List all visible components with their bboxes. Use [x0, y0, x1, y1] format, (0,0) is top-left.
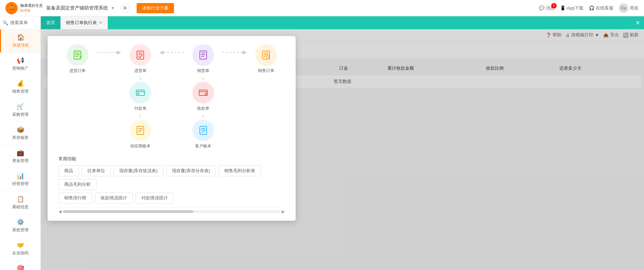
tab-home[interactable]: 首页 — [41, 16, 60, 29]
sidebar-item-enterprise[interactable]: 🤝 企业协同 — [0, 237, 40, 260]
app-download-button[interactable]: 📱 App下载 — [560, 5, 584, 11]
purchase-bill-icon[interactable] — [129, 44, 151, 66]
sales-bill-label: 销货单 — [197, 68, 209, 74]
receipt-bill-node[interactable]: 收款单 — [184, 82, 222, 111]
svg-rect-18 — [137, 93, 139, 94]
purchase-order-node[interactable]: 进货订单 — [58, 44, 96, 74]
sidebar-item-marketing[interactable]: 📢 营销推广 — [0, 53, 40, 76]
tab-bar-close-button[interactable]: ✕ — [631, 20, 644, 26]
sidebar-item-inventory[interactable]: 📦 库存核算 — [0, 122, 40, 145]
common-functions-row-1: 商品 往来单位 现存量(库存状况表) 现存量(库存分布表) 销售毛利分析表 商品… — [58, 165, 285, 190]
payment-bill-node[interactable]: 付款单 — [121, 82, 159, 111]
scroll-left-icon[interactable]: ◀ — [58, 209, 62, 214]
purchase-order-label: 进货订单 — [69, 68, 86, 74]
scroll-track[interactable] — [63, 210, 280, 213]
tab-close-icon[interactable]: ✕ — [99, 20, 102, 25]
cf-product-profit-button[interactable]: 商品毛利分析 — [58, 179, 97, 190]
cf-contacts-button[interactable]: 往来单位 — [82, 165, 111, 176]
scroll-thumb — [63, 210, 193, 213]
arrow-purchase-to-purchase-bill: ▶ — [96, 49, 121, 69]
customer-ledger-node[interactable]: 客户账本 — [184, 120, 222, 149]
flow-row-3: 供应商账本 客户账本 — [58, 120, 285, 149]
purchase-order-icon[interactable] — [67, 44, 88, 66]
receipt-bill-icon[interactable] — [192, 82, 214, 104]
sales-bill-icon[interactable] — [192, 44, 214, 66]
basic-info-icon: 📋 — [17, 195, 24, 203]
svg-rect-15 — [267, 56, 269, 58]
supplier-ledger-label: 供应商账本 — [130, 143, 151, 149]
cf-sales-profit-button[interactable]: 销售毛利分析表 — [219, 165, 261, 176]
purchase-bill-node[interactable]: 进货单 — [121, 44, 159, 74]
supplier-ledger-node[interactable]: 供应商账本 — [121, 120, 159, 149]
flow-row-arrows-down: ↓ ↓ — [58, 74, 285, 82]
sales-bill-node[interactable]: 销货单 — [184, 44, 222, 74]
logo-icon: 🏃 — [5, 2, 18, 14]
main-layout: 🔍 搜索菜单 🏠 快捷导航 📢 营销推广 💰 销售管理 🛒 采购管理 📦 库存核… — [0, 16, 644, 270]
user-area[interactable]: Ea 用友 — [619, 3, 639, 13]
sidebar-item-newbie[interactable]: 🎯 新手引导 — [0, 260, 40, 270]
common-functions-title: 常用功能 — [58, 156, 285, 162]
payment-bill-icon[interactable] — [129, 82, 151, 104]
sidebar-item-operations[interactable]: 📊 经营管理 — [0, 168, 40, 191]
content-area: 首页 销售订单执行表 ✕ ✕ ❓ 帮助 🖨 按模板打印 ▼ — [41, 16, 644, 270]
scroll-right-icon[interactable]: ▶ — [282, 209, 285, 214]
svg-rect-16 — [136, 90, 144, 95]
arrow-down-payment: ↓ — [121, 111, 159, 120]
arrow-sales-bill-to-sales-order: ◀ — [159, 49, 184, 69]
tab-bar: 首页 销售订单执行表 ✕ ✕ — [41, 16, 644, 29]
cf-receipt-stats-button[interactable]: 收款情况统计 — [95, 193, 133, 203]
system-dropdown-icon[interactable]: ▼ — [111, 6, 115, 11]
page-content: ❓ 帮助 🖨 按模板打印 ▼ 📤 导出 🔄 刷新 — [41, 29, 644, 270]
sales-order-node[interactable]: 销售订单 — [247, 44, 285, 74]
flow-diagram: 进货订单 ▶ — [58, 44, 285, 149]
settings-icon[interactable]: ⚙ — [120, 3, 130, 13]
customer-ledger-label: 客户账本 — [195, 143, 211, 149]
receipt-bill-label: 收款单 — [197, 106, 209, 111]
headset-icon: 🎧 — [589, 5, 594, 11]
cf-payment-stats-button[interactable]: 付款情况统计 — [136, 193, 174, 203]
popup-overlay: 进货订单 ▶ — [41, 29, 644, 270]
purchase-icon: 🛒 — [17, 103, 24, 110]
arrow-down-receipt: ↓ — [184, 111, 222, 120]
search-menu[interactable]: 🔍 搜索菜单 — [0, 16, 40, 30]
payment-bill-label: 付款单 — [134, 106, 146, 111]
message-button[interactable]: 💬 消息 5 — [539, 5, 555, 11]
popup-scroll: ◀ ▶ — [58, 208, 285, 214]
search-icon: 🔍 — [3, 20, 8, 25]
common-functions-row-2: 销售排行榜 收款情况统计 付款情况统计 — [58, 193, 285, 203]
cf-stock-status-button[interactable]: 现存量(库存状况表) — [114, 165, 163, 176]
sidebar-item-quick-nav[interactable]: 🏠 快捷导航 — [0, 30, 40, 53]
tab-sales-exec[interactable]: 销售订单执行表 ✕ — [60, 16, 108, 29]
logo-area: 🏃 畅康通好生意 标准版 — [5, 2, 46, 14]
top-header: 🏃 畅康通好生意 标准版 装备及固定资产辅助管理系统 ▼ ⚙ 体验行业方案 💬 … — [0, 0, 644, 16]
supplier-ledger-icon[interactable] — [129, 120, 151, 141]
message-icon: 💬 — [539, 5, 544, 11]
logo-text: 畅康通好生意 标准版 — [20, 3, 43, 13]
system-title-area: 装备及固定资产辅助管理系统 ▼ ⚙ 体验行业方案 — [46, 3, 539, 13]
cf-sales-ranking-button[interactable]: 销售排行榜 — [58, 193, 92, 203]
arrow-sales-order-spacer: ▶ — [222, 49, 247, 69]
system-title: 装备及固定资产辅助管理系统 — [46, 5, 108, 11]
sidebar-item-basic-info[interactable]: 📋 基础信息 — [0, 191, 40, 214]
sidebar-item-system[interactable]: ⚙️ 系统管理 — [0, 214, 40, 237]
sidebar-item-finance[interactable]: 💼 资金管理 — [0, 145, 40, 168]
phone-icon: 📱 — [560, 5, 565, 11]
inventory-icon: 📦 — [17, 126, 24, 133]
customer-ledger-icon[interactable] — [192, 120, 214, 141]
svg-point-21 — [205, 93, 207, 95]
sales-order-icon[interactable] — [255, 44, 277, 66]
sales-icon: 💰 — [17, 80, 24, 87]
cf-product-button[interactable]: 商品 — [58, 165, 79, 176]
cf-stock-dist-button[interactable]: 现存量(库存分布表) — [166, 165, 216, 176]
arrow-down-sales-bill: ↓ — [184, 74, 222, 82]
system-icon: ⚙️ — [17, 218, 24, 226]
online-service-button[interactable]: 🎧 在线客服 — [589, 5, 613, 11]
sidebar-item-purchase[interactable]: 🛒 采购管理 — [0, 99, 40, 122]
sidebar: 🔍 搜索菜单 🏠 快捷导航 📢 营销推广 💰 销售管理 🛒 采购管理 📦 库存核… — [0, 16, 41, 270]
sidebar-item-sales[interactable]: 💰 销售管理 — [0, 76, 40, 99]
operations-icon: 📊 — [17, 172, 24, 180]
trial-button[interactable]: 体验行业方案 — [137, 3, 174, 13]
avatar: Ea — [619, 3, 628, 13]
megaphone-icon: 📢 — [17, 57, 24, 64]
finance-icon: 💼 — [17, 149, 24, 157]
